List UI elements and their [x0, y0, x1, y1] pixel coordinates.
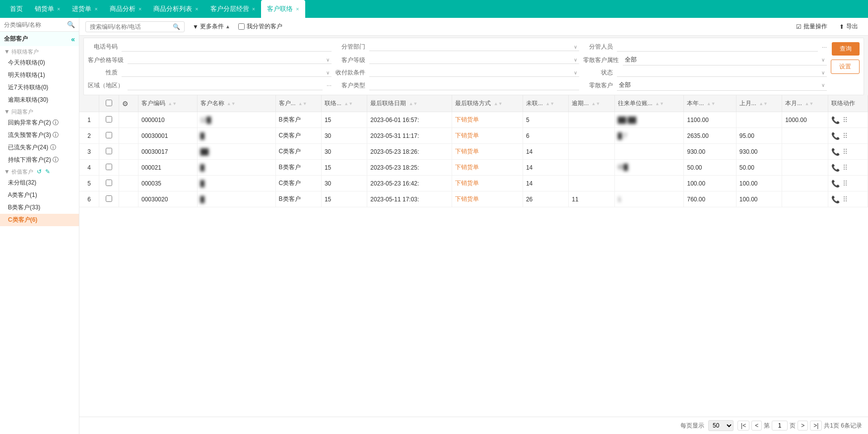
filter-price-level-select[interactable]: ∨: [128, 56, 332, 64]
cell-action[interactable]: 📞 ⠿: [828, 176, 868, 191]
filter-status-select[interactable]: ∨: [617, 69, 827, 77]
col-header-year[interactable]: 本年... ▲▼: [684, 95, 736, 112]
value-section-refresh-icon[interactable]: ↺: [37, 168, 42, 175]
last-method-link[interactable]: 下销货单: [455, 164, 479, 171]
close-purchase-icon[interactable]: ×: [94, 6, 97, 12]
col-header-type[interactable]: 客户... ▲▼: [275, 95, 321, 112]
filter-region-dots[interactable]: ···: [327, 82, 332, 89]
sidebar-item-ungrouped[interactable]: 未分组(32): [0, 177, 79, 189]
close-sales-icon[interactable]: ×: [57, 6, 60, 12]
sidebar-item-class-c[interactable]: C类客户(6): [0, 214, 79, 226]
last-method-link[interactable]: 下销货单: [455, 195, 479, 202]
nav-product-analysis-list[interactable]: 商品分析列表 ×: [147, 0, 204, 18]
last-method-link[interactable]: 下销货单: [455, 116, 479, 123]
more-actions-icon[interactable]: ⠿: [843, 132, 848, 140]
sidebar-item-class-a[interactable]: A类客户(1): [0, 189, 79, 201]
filter-region-input[interactable]: [128, 81, 323, 90]
nav-home[interactable]: 首页: [4, 0, 29, 18]
cell-check[interactable]: [99, 112, 119, 128]
cell-last-method[interactable]: 下销货单: [452, 191, 523, 207]
contact-phone-icon[interactable]: 📞: [831, 148, 840, 156]
sidebar-search-icon[interactable]: 🔍: [67, 21, 75, 28]
last-method-link[interactable]: 下销货单: [455, 180, 479, 186]
nav-product-analysis[interactable]: 商品分析 ×: [104, 0, 147, 18]
sidebar-item-class-b[interactable]: B类客户(33): [0, 201, 79, 214]
close-customer-tier-icon[interactable]: ×: [252, 6, 255, 12]
more-actions-icon[interactable]: ⠿: [843, 148, 848, 156]
cell-last-method[interactable]: 下销货单: [452, 160, 523, 176]
sidebar-collapse-icon[interactable]: «: [71, 35, 75, 43]
row-checkbox[interactable]: [106, 132, 112, 138]
next-page-btn[interactable]: >: [798, 421, 808, 431]
nav-customer-tier[interactable]: 客户分层经营 ×: [204, 0, 261, 18]
contact-phone-icon[interactable]: 📞: [831, 116, 840, 124]
sidebar-item-declining[interactable]: 持续下滑客户(2) ⓘ: [0, 154, 79, 166]
filter-customer-level-select[interactable]: ∨: [369, 56, 579, 64]
filter-dept-select[interactable]: ∨: [369, 43, 579, 51]
filter-retail-customer-select[interactable]: 全部 ∨: [617, 80, 827, 91]
last-page-btn[interactable]: >|: [810, 421, 822, 431]
prev-page-btn[interactable]: <: [751, 421, 762, 431]
cell-last-method[interactable]: 下销货单: [452, 128, 523, 144]
row-checkbox[interactable]: [106, 116, 112, 123]
export-btn[interactable]: ⬆ 导出: [835, 21, 862, 32]
contact-phone-icon[interactable]: 📞: [831, 164, 840, 172]
row-checkbox[interactable]: [106, 195, 112, 202]
more-actions-icon[interactable]: ⠿: [843, 180, 848, 187]
last-method-link[interactable]: 下销货单: [455, 132, 479, 139]
nav-sales[interactable]: 销货单 ×: [29, 0, 66, 18]
contact-phone-icon[interactable]: 📞: [831, 180, 840, 187]
sidebar-all-customers[interactable]: 全部客户 «: [0, 32, 79, 46]
cell-check[interactable]: [99, 128, 119, 144]
more-conditions-btn[interactable]: ▼ 更多条件 ▲: [189, 21, 234, 32]
col-header-un-contact[interactable]: 未联... ▲▼: [523, 95, 568, 112]
sidebar-item-churn-warning[interactable]: 流失预警客户(3) ⓘ: [0, 129, 79, 141]
value-section-edit-icon[interactable]: ✎: [45, 168, 50, 175]
more-actions-icon[interactable]: ⠿: [843, 116, 848, 124]
col-header-gear[interactable]: ⚙: [119, 95, 138, 112]
col-header-last-date[interactable]: 最后联络日期 ▲▼: [367, 95, 452, 112]
sidebar-item-tomorrow[interactable]: 明天待联络(1): [0, 69, 79, 81]
cell-action[interactable]: 📞 ⠿: [828, 160, 868, 176]
nav-purchase[interactable]: 进货单 ×: [66, 0, 103, 18]
cell-check[interactable]: [99, 176, 119, 191]
cell-action[interactable]: 📞 ⠿: [828, 144, 868, 160]
sidebar-item-churned[interactable]: 已流失客户(24) ⓘ: [0, 141, 79, 154]
filter-retail-attr-select[interactable]: 全部 ∨: [623, 55, 827, 65]
filter-customer-type-input[interactable]: [369, 81, 579, 90]
sidebar-item-overdue[interactable]: 逾期未联络(30): [0, 94, 79, 106]
filter-manager-dots[interactable]: ···: [822, 44, 827, 51]
col-header-overdue[interactable]: 逾期... ▲▼: [569, 95, 614, 112]
settings-button[interactable]: 设置: [831, 60, 860, 74]
cell-check[interactable]: [99, 191, 119, 207]
row-checkbox[interactable]: [106, 164, 112, 170]
filter-manager-input[interactable]: [617, 42, 818, 52]
contact-phone-icon[interactable]: 📞: [831, 195, 840, 203]
cell-check[interactable]: [99, 160, 119, 176]
cell-check[interactable]: [99, 144, 119, 160]
page-input[interactable]: [772, 421, 788, 431]
sidebar-search-input[interactable]: [4, 21, 67, 28]
filter-phone-input[interactable]: [122, 42, 332, 52]
cell-last-method[interactable]: 下销货单: [452, 176, 523, 191]
batch-operation-btn[interactable]: ☑ 批量操作: [792, 21, 831, 32]
col-header-hist[interactable]: 往来单位账... ▲▼: [614, 95, 684, 112]
row-checkbox[interactable]: [106, 180, 112, 186]
row-checkbox[interactable]: [106, 148, 112, 154]
close-customer-contact-icon[interactable]: ×: [296, 6, 299, 12]
nav-customer-contact[interactable]: 客户联络 ×: [261, 0, 305, 18]
filter-nature-select[interactable]: ∨: [122, 69, 332, 77]
contact-phone-icon[interactable]: 📞: [831, 132, 840, 140]
col-header-contact[interactable]: 联络... ▲▼: [321, 95, 367, 112]
col-header-last-month[interactable]: 上月... ▲▼: [736, 95, 782, 112]
more-actions-icon[interactable]: ⠿: [843, 164, 848, 172]
query-button[interactable]: 查询: [832, 42, 860, 56]
cell-action[interactable]: 📞 ⠿: [828, 191, 868, 207]
col-header-this-month[interactable]: 本月... ▲▼: [782, 95, 828, 112]
main-search-icon[interactable]: 🔍: [173, 23, 180, 30]
last-method-link[interactable]: 下销货单: [455, 148, 479, 155]
column-settings-icon[interactable]: ⚙: [122, 100, 129, 108]
close-product-analysis-icon[interactable]: ×: [138, 6, 141, 12]
cell-action[interactable]: 📞 ⠿: [828, 128, 868, 144]
cell-action[interactable]: 📞 ⠿: [828, 112, 868, 128]
